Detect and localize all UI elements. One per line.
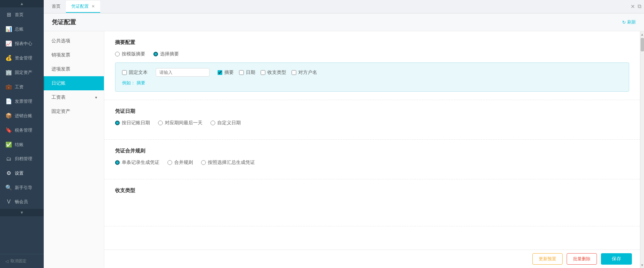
summary-config-title: 摘要配置 (115, 39, 629, 46)
nav-item-public-options[interactable]: 公共选项 (44, 34, 104, 48)
sidebar-item-archive[interactable]: 🗂 归档管理 (0, 152, 44, 166)
fixed-assets-icon: 🏢 (5, 69, 12, 76)
template-summary-input[interactable] (115, 52, 120, 56)
nav-item-label: 工资表 (51, 94, 66, 100)
sidebar-scroll-up[interactable]: ▲ (0, 0, 44, 7)
sidebar-scroll-down[interactable]: ▼ (0, 209, 44, 216)
sidebar: ▲ ⊞ 首页 📊 总账 📈 报表中心 💰 资金管理 🏢 固定资产 💼 工资 📄 … (0, 0, 44, 268)
sidebar-item-label: 总账 (15, 26, 24, 32)
sidebar-item-label: 进销台账 (15, 113, 32, 119)
sidebar-item-funds[interactable]: 💰 资金管理 (0, 51, 44, 65)
refresh-icon: ↻ (622, 20, 626, 25)
update-preset-button[interactable]: 更新预置 (532, 253, 563, 265)
nav-item-label: 销项发票 (51, 52, 70, 58)
close-window-icon[interactable]: ✕ (631, 3, 635, 10)
sidebar-item-label: 税务管理 (15, 127, 32, 133)
custom-date-radio[interactable]: 自定义日期 (211, 120, 241, 126)
select-summary-radio[interactable]: 选择摘要 (153, 51, 179, 57)
tab-home[interactable]: 首页 (46, 1, 66, 13)
select-merge-input[interactable] (201, 160, 206, 165)
merge-rules-radio-group: 单条记录生成凭证 合并规则 按照选择汇总生成凭证 (115, 160, 629, 166)
by-journal-date-label: 按日记账日期 (122, 120, 150, 126)
last-day-radio[interactable]: 对应期间最后一天 (158, 120, 202, 126)
tax-icon: 🔖 (5, 127, 12, 133)
sidebar-item-fixed-assets[interactable]: 🏢 固定资产 (0, 65, 44, 80)
select-summary-input[interactable] (153, 52, 158, 56)
full-layout: 凭证配置 ↻ 刷新 公共选项 销项发票 进项发票 日记账 (44, 13, 644, 268)
summary-label: 摘要 (224, 70, 234, 76)
date-checkbox[interactable]: 日期 (239, 70, 255, 76)
scroll-thumb[interactable] (641, 38, 644, 51)
summary-checkbox[interactable]: 摘要 (218, 70, 234, 76)
sidebar-item-member[interactable]: V 畅会员 (0, 195, 44, 209)
save-button[interactable]: 保存 (601, 253, 632, 265)
income-type-input[interactable] (261, 70, 265, 75)
nav-item-sales-invoice[interactable]: 销项发票 (44, 48, 104, 62)
refresh-button[interactable]: ↻ 刷新 (622, 19, 636, 25)
restore-window-icon[interactable]: ⧉ (638, 3, 641, 10)
invoice-icon: 📄 (5, 98, 12, 104)
fixed-text-field[interactable] (156, 68, 210, 77)
salary-icon: 💼 (5, 84, 12, 90)
single-record-radio[interactable]: 单条记录生成凭证 (115, 160, 159, 166)
nav-item-fixed-assets[interactable]: 固定资产 (44, 104, 104, 119)
unpin-button[interactable]: ◁ 取消固定 (0, 254, 44, 268)
sidebar-item-home[interactable]: ⊞ 首页 (0, 7, 44, 22)
voucher-date-title: 凭证日期 (115, 108, 629, 115)
select-merge-radio[interactable]: 按照选择汇总生成凭证 (201, 160, 255, 166)
close-tab-icon[interactable]: ✕ (91, 4, 95, 9)
sidebar-item-reports[interactable]: 📈 报表中心 (0, 36, 44, 51)
merge-rules-input[interactable] (167, 160, 172, 165)
merge-rules-section: 凭证合并规则 单条记录生成凭证 合并规则 按照选择汇总生成凭证 (104, 140, 640, 179)
by-journal-date-input[interactable] (115, 121, 120, 125)
income-type-title: 收支类型 (115, 187, 629, 194)
fixed-text-label: 固定文本 (129, 70, 148, 76)
main-area: 首页 凭证配置 ✕ ✕ ⧉ 凭证配置 ↻ 刷新 公共选项 (44, 0, 644, 268)
last-day-input[interactable] (158, 121, 163, 125)
purchase-sales-icon: 📦 (5, 113, 12, 119)
sidebar-item-guide[interactable]: 🔍 新手引导 (0, 180, 44, 195)
date-input[interactable] (239, 70, 244, 75)
income-type-checkbox[interactable]: 收支类型 (261, 70, 286, 76)
sidebar-item-settings[interactable]: ⚙ 设置 (0, 166, 44, 180)
batch-delete-button[interactable]: 批量删除 (567, 253, 597, 265)
single-record-input[interactable] (115, 160, 120, 165)
template-summary-radio[interactable]: 按模版摘要 (115, 51, 145, 57)
by-journal-date-radio[interactable]: 按日记账日期 (115, 120, 150, 126)
settings-icon: ⚙ (5, 170, 12, 176)
closing-icon: ✅ (5, 141, 12, 148)
nav-item-journal[interactable]: 日记账 (44, 76, 104, 90)
fixed-text-checkbox[interactable]: 固定文本 (122, 70, 148, 76)
example-value: 摘要 (137, 80, 145, 85)
chart-icon: 📊 (5, 26, 12, 32)
counterparty-input[interactable] (292, 70, 296, 75)
page-header: 凭证配置 ↻ 刷新 (44, 13, 644, 31)
sidebar-item-purchase-sales[interactable]: 📦 进销台账 (0, 108, 44, 123)
nav-item-label: 固定资产 (51, 108, 70, 115)
sidebar-item-label: 工资 (15, 84, 24, 90)
summary-input[interactable] (218, 70, 222, 75)
sidebar-item-invoice-mgmt[interactable]: 📄 发票管理 (0, 94, 44, 108)
tab-voucher-config-label: 凭证配置 (71, 3, 89, 9)
tab-voucher-config[interactable]: 凭证配置 ✕ (66, 1, 100, 13)
nav-item-purchase-invoice[interactable]: 进项发票 (44, 62, 104, 76)
sidebar-item-salary[interactable]: 💼 工资 (0, 80, 44, 94)
nav-item-payroll[interactable]: 工资表 ▾ (44, 90, 104, 104)
voucher-date-radio-group: 按日记账日期 对应期间最后一天 自定义日期 (115, 120, 629, 126)
left-nav: 公共选项 销项发票 进项发票 日记账 工资表 ▾ 固定资产 (44, 31, 104, 268)
sidebar-item-closing[interactable]: ✅ 结账 (0, 137, 44, 152)
voucher-date-section: 凭证日期 按日记账日期 对应期间最后一天 自定义日期 (104, 100, 640, 140)
sidebar-item-tax[interactable]: 🔖 税务管理 (0, 123, 44, 137)
scroll-up-arrow[interactable]: ▲ (640, 31, 644, 37)
merge-rules-radio[interactable]: 合并规则 (167, 160, 193, 166)
counterparty-checkbox[interactable]: 对方户名 (292, 70, 317, 76)
bottom-bar: 更新预置 批量删除 保存 (104, 250, 640, 268)
sidebar-item-general-ledger[interactable]: 📊 总账 (0, 22, 44, 36)
pin-icon: ◁ (5, 259, 8, 264)
nav-item-label: 进项发票 (51, 66, 70, 72)
scroll-down-arrow[interactable]: ▼ (640, 262, 644, 268)
fixed-text-input[interactable] (122, 70, 127, 75)
nav-item-label: 公共选项 (51, 38, 70, 44)
right-content: 摘要配置 按模版摘要 选择摘要 (104, 31, 640, 268)
custom-date-input[interactable] (211, 121, 215, 125)
